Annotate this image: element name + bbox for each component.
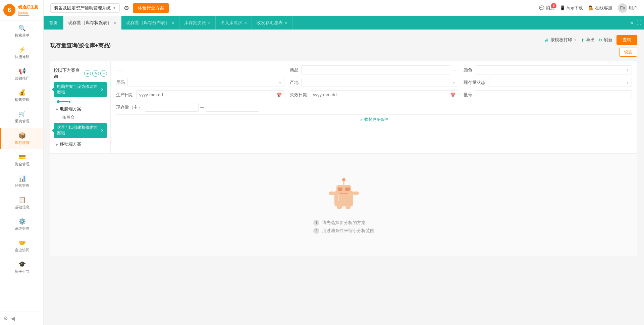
close-icon[interactable]: ✕: [208, 21, 211, 25]
empty-illustration: [324, 174, 364, 214]
megaphone-icon: 📢: [18, 67, 26, 75]
scheme-panel: 按以下方案查询 + ✎ ← 电脑方案可设为移动方案哦 ✕: [50, 61, 111, 153]
collapse-more-button[interactable]: ∧ 收起更多条件: [116, 114, 632, 124]
scheme-sub-item-warehouse[interactable]: 按照仓: [60, 113, 110, 121]
size-select[interactable]: [127, 78, 284, 87]
form-cell-size: 尺码 ▼: [116, 78, 284, 87]
logo-icon: 6: [3, 4, 15, 16]
avatar: Ea: [618, 3, 627, 13]
chart-icon: 📊: [18, 175, 26, 182]
export-button[interactable]: ⬆ 导出: [581, 37, 595, 43]
expire-date-label: 失效日期: [290, 92, 307, 98]
scheme-group-mobile-label: 移动端方案: [60, 141, 82, 147]
prod-date-input[interactable]: [136, 90, 284, 99]
form-panel: ⋯ 商品 ⋯ 颜色: [111, 61, 637, 128]
graduation-icon: 🎓: [18, 261, 26, 268]
tab-stock-status[interactable]: 现存量（库存状况表） ✕: [63, 16, 121, 30]
tab-receive-send[interactable]: 收发存汇总表 ✕: [252, 16, 292, 30]
sidebar-item-sales[interactable]: 💰 销售管理: [0, 85, 43, 106]
form-cell-prod-date: 生产日期 📅: [116, 90, 284, 99]
chevron-down-icon: ▼: [113, 6, 116, 10]
sidebar-item-inventory[interactable]: 📦 库存核算: [0, 128, 43, 149]
sidebar-item-enterprise[interactable]: 🤝 企业协同: [0, 235, 43, 257]
settings-bottom-icon[interactable]: ⚙: [3, 315, 8, 322]
sidebar-item-guide[interactable]: 🎓 新手引导: [0, 257, 43, 278]
scheme-group-mobile-header[interactable]: ▶ 移动端方案: [50, 140, 110, 149]
tooltip2-close[interactable]: ✕: [101, 128, 104, 133]
sidebar-item-system[interactable]: ⚙️ 系统管理: [0, 214, 43, 235]
stock-status-select[interactable]: [488, 78, 632, 87]
main-content: 装备及固定资产辅助管理系统 ▼ ⚙ 体验行业方案 💬 9 消息 📱 App下载 …: [44, 0, 644, 325]
tab-in-out-flow[interactable]: 出入库流水 ✕: [216, 16, 252, 30]
sidebar-item-finance[interactable]: 💳 资金管理: [0, 149, 43, 171]
fullscreen-icon[interactable]: ⛶: [637, 20, 641, 25]
tab-label: 库存批次账: [184, 20, 206, 26]
edit-scheme-button[interactable]: ✎: [92, 70, 99, 77]
connector-row: ◀: [57, 100, 107, 103]
user-item[interactable]: Ea 用户: [618, 3, 637, 13]
goods-input-wrapper: [301, 65, 450, 74]
refresh-button[interactable]: ↻ 刷新: [599, 37, 612, 43]
sidebar-item-label: 资金管理: [15, 162, 30, 167]
scheme-group-desktop-header[interactable]: ▶ 电脑端方案: [50, 105, 110, 113]
system-settings-icon[interactable]: ⚙: [124, 4, 129, 12]
close-icon[interactable]: ✕: [285, 21, 287, 25]
expire-date-input[interactable]: [310, 90, 458, 99]
refresh-icon: ↻: [599, 38, 602, 43]
tab-home[interactable]: 首页: [44, 16, 63, 30]
sidebar-item-search[interactable]: 🔍 搜索菜单: [0, 20, 43, 42]
empty-state: 1 请先选择要分析的方案 2 用过滤条件来缩小分析范围: [50, 154, 637, 256]
sidebar-item-marketing[interactable]: 📢 营销推广: [0, 63, 43, 85]
notification-item[interactable]: 💬 9 消息: [539, 5, 554, 11]
dots-icon[interactable]: ⋯: [116, 66, 122, 74]
sidebar-item-purchase[interactable]: 🛒 采购管理: [0, 106, 43, 128]
batch-input[interactable]: [475, 90, 632, 99]
origin-label: 产地: [290, 79, 299, 86]
close-icon[interactable]: ✕: [172, 21, 174, 25]
stock-qty-label: 现存量（主）: [116, 104, 142, 110]
sidebar-item-basic-info[interactable]: 📋 基础信息: [0, 192, 43, 214]
tab-label: 现存量（库存分布表）: [126, 20, 170, 26]
tooltip1-close[interactable]: ✕: [101, 88, 104, 92]
tab-stock-dist[interactable]: 现存量（库存分布表） ✕: [121, 16, 179, 30]
trial-button[interactable]: 体验行业方案: [133, 3, 169, 13]
scheme-action-buttons: + ✎ ←: [84, 70, 107, 77]
scheme-tooltip1: 电脑方案可设为移动方案哦 ✕: [54, 82, 107, 97]
goods-input[interactable]: [301, 65, 450, 74]
stock-qty-min-input[interactable]: [145, 103, 199, 112]
close-all-icon[interactable]: ✕: [630, 20, 634, 25]
service-icon: 💁: [588, 5, 594, 10]
query-actions: 🖨 按模板打印 ▼ ⬆ 导出 ↻ 刷新: [545, 35, 637, 57]
goods-dots-icon[interactable]: ⋯: [453, 67, 458, 73]
tab-label: 收发存汇总表: [257, 20, 283, 26]
tab-bar: 首页 现存量（库存状况表） ✕ 现存量（库存分布表） ✕ 库存批次账 ✕ 出入库…: [44, 16, 644, 30]
export-icon: ⬆: [581, 38, 585, 43]
query-button[interactable]: 查询: [616, 35, 637, 45]
close-icon[interactable]: ✕: [244, 21, 247, 25]
add-scheme-button[interactable]: +: [84, 70, 91, 77]
stock-qty-max-input[interactable]: [206, 103, 259, 112]
color-select[interactable]: [475, 65, 632, 74]
collapse-sidebar-icon[interactable]: ◀: [11, 315, 15, 322]
back-scheme-button[interactable]: ←: [100, 70, 107, 77]
scheme-group-label: 电脑端方案: [60, 106, 82, 112]
settings-button[interactable]: 设置: [619, 48, 637, 57]
print-button[interactable]: 🖨 按模板打印 ▼: [545, 37, 577, 43]
form-cell-color: 颜色 ▼: [464, 65, 632, 74]
tab-batch-account[interactable]: 库存批次账 ✕: [179, 16, 216, 30]
sidebar-item-quick-nav[interactable]: ⚡ 快捷导航: [0, 42, 43, 63]
origin-select[interactable]: [301, 78, 458, 87]
system-select[interactable]: 装备及固定资产辅助管理系统 ▼: [50, 3, 120, 13]
action-row: 🖨 按模板打印 ▼ ⬆ 导出 ↻ 刷新: [545, 35, 637, 45]
lightning-icon: ⚡: [18, 46, 26, 53]
form-cell-origin: 产地 ▼: [290, 78, 458, 87]
connector-dot: [57, 100, 60, 103]
online-service-item[interactable]: 💁 在线客服: [588, 5, 612, 11]
app-download-item[interactable]: 📱 App下载: [560, 5, 583, 11]
sidebar-item-operations[interactable]: 📊 经营管理: [0, 171, 43, 192]
form-row-4: 现存量（主） —: [116, 103, 632, 112]
sidebar-item-label: 企业协同: [15, 248, 30, 253]
tooltip2-container: 这里可以创建和修改方案哦 ✕: [54, 123, 107, 138]
close-icon[interactable]: ✕: [114, 21, 116, 25]
expand-arrow-icon: ▶: [56, 143, 58, 146]
